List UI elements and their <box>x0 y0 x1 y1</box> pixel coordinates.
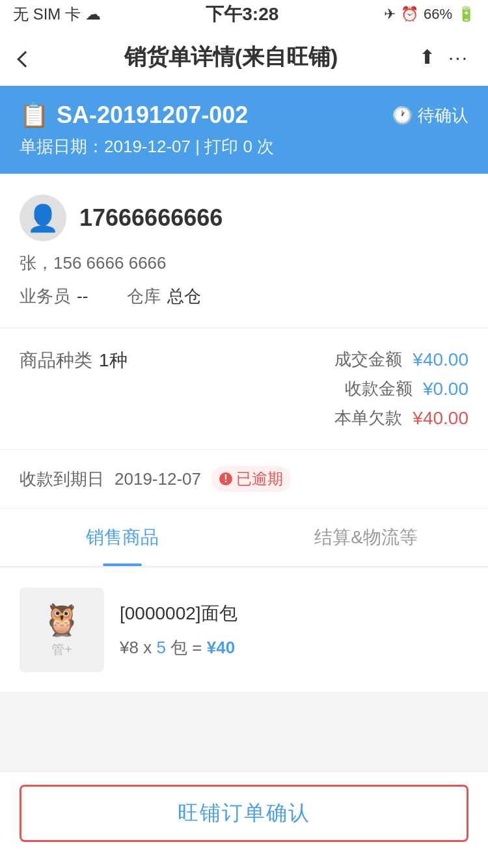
product-type-label: 商品种类 <box>20 348 92 373</box>
overdue-text: 已逾期 <box>236 468 283 489</box>
equals-sign: = <box>192 638 206 657</box>
customer-meta: 业务员 -- 仓库 总仓 <box>20 285 468 308</box>
more-button[interactable]: ··· <box>448 46 468 68</box>
sim-status: 无 SIM 卡 ☁ <box>13 4 101 25</box>
bottom-bar: 旺铺订单确认 <box>0 771 488 868</box>
payment-amount: ¥0.00 <box>423 379 468 400</box>
tab-products[interactable]: 销售商品 <box>0 509 244 566</box>
user-icon: 👤 <box>27 203 59 234</box>
order-doc-icon: 📋 <box>20 102 49 129</box>
summary-section: 商品种类 1种 成交金额 ¥40.00 收款金额 ¥0.00 本单欠款 ¥40.… <box>0 329 488 449</box>
warehouse-label: 仓库 <box>127 285 161 308</box>
product-type-summary: 商品种类 1种 <box>20 348 128 373</box>
product-qty: 5 <box>156 638 165 657</box>
tab-settlement-label: 结算&物流等 <box>314 525 418 550</box>
customer-name: 张，156 6666 6666 <box>20 252 468 275</box>
page-title: 销货单详情(来自旺铺) <box>59 42 403 72</box>
tabs-section: 销售商品 结算&物流等 <box>0 509 488 567</box>
back-button[interactable] <box>20 44 59 71</box>
customer-phone: 17666666666 <box>79 204 223 232</box>
customer-section: 👤 17666666666 张，156 6666 6666 业务员 -- 仓库 … <box>0 175 488 327</box>
overdue-badge: ! 已逾期 <box>211 466 291 492</box>
navigation-icon: ✈ <box>384 6 396 23</box>
nav-bar: 销货单详情(来自旺铺) ⬆ ··· <box>0 29 488 86</box>
amount-summary: 成交金额 ¥40.00 收款金额 ¥0.00 本单欠款 ¥40.00 <box>334 348 468 429</box>
product-section: 🦉 管+ [0000002]面包 ¥8 x 5 包 = ¥40 <box>0 568 488 692</box>
product-total: ¥40 <box>207 638 235 657</box>
share-button[interactable]: ⬆ <box>419 46 435 68</box>
product-unit: 包 <box>170 638 187 657</box>
transaction-amount: ¥40.00 <box>413 349 468 370</box>
product-info: [0000002]面包 ¥8 x 5 包 = ¥40 <box>120 601 468 659</box>
price-separator: x <box>143 638 156 657</box>
product-type-value: 1种 <box>99 348 128 373</box>
confirm-order-button[interactable]: 旺铺订单确认 <box>20 785 468 842</box>
warning-icon: ! <box>219 472 232 485</box>
tab-settlement[interactable]: 结算&物流等 <box>244 509 488 566</box>
brand-logo-icon: 🦉 <box>42 602 81 638</box>
battery-status: 66% <box>424 6 452 23</box>
status-bar-left: 无 SIM 卡 ☁ <box>13 4 101 25</box>
due-date-section: 收款到期日 2019-12-07 ! 已逾期 <box>0 450 488 508</box>
warehouse-value: 总仓 <box>167 285 201 308</box>
product-thumbnail: 🦉 管+ <box>20 588 104 672</box>
owe-amount: ¥40.00 <box>413 408 468 429</box>
order-date: 单据日期：2019-12-07 | 打印 0 次 <box>20 135 468 158</box>
salesperson-value: -- <box>77 286 88 306</box>
order-header-card: 📋 SA-20191207-002 🕐 待确认 单据日期：2019-12-07 … <box>0 86 488 174</box>
status-bar-time: 下午3:28 <box>206 2 278 27</box>
brand-label: 管+ <box>42 641 81 658</box>
due-date-value: 2019-12-07 <box>115 469 201 489</box>
alarm-icon: ⏰ <box>401 6 418 23</box>
transaction-label: 成交金额 <box>334 348 402 371</box>
product-item: 🦉 管+ [0000002]面包 ¥8 x 5 包 = ¥40 <box>0 568 488 692</box>
battery-icon: 🔋 <box>457 6 475 23</box>
owe-label: 本单欠款 <box>334 407 402 429</box>
unit-price: ¥8 <box>120 638 139 657</box>
status-bar-right: ✈ ⏰ 66% 🔋 <box>384 6 475 23</box>
customer-avatar: 👤 <box>20 195 66 241</box>
clock-icon: 🕐 <box>392 105 413 126</box>
tab-products-label: 销售商品 <box>86 525 159 550</box>
order-id: 📋 SA-20191207-002 <box>20 102 248 129</box>
due-date-label: 收款到期日 <box>20 468 104 491</box>
salesperson-label: 业务员 <box>20 285 70 308</box>
product-name: [0000002]面包 <box>120 601 468 626</box>
payment-label: 收款金额 <box>345 377 413 400</box>
nav-actions: ⬆ ··· <box>403 46 468 68</box>
tab-active-indicator <box>103 563 142 566</box>
product-price: ¥8 x 5 包 = ¥40 <box>120 636 468 659</box>
order-status: 🕐 待确认 <box>392 104 468 127</box>
status-bar: 无 SIM 卡 ☁ 下午3:28 ✈ ⏰ 66% 🔋 <box>0 0 488 29</box>
